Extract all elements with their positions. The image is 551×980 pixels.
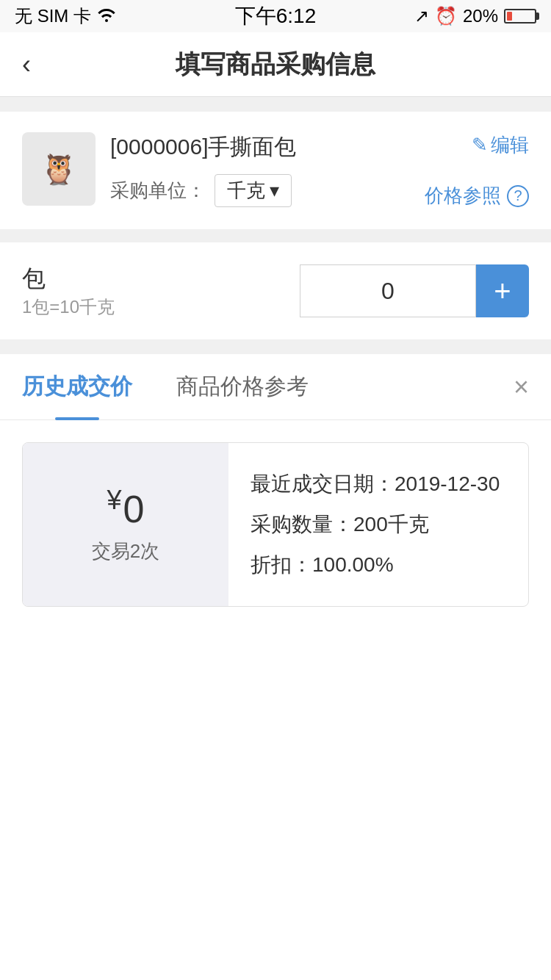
battery-percent: 20% [463,6,498,26]
product-thumbnail: 🦉 [22,132,96,206]
tab-close-button[interactable]: × [514,372,529,403]
qty-unit-big: 包 [22,263,115,295]
tab-history-price[interactable]: 历史成交价 [22,354,132,420]
unit-selector[interactable]: 千克 ▾ [215,174,292,207]
quantity-label-block: 包 1包=10千克 [22,263,115,319]
qty-label: 采购数量： [251,513,353,536]
price-date-row: 最近成交日期：2019-12-30 [251,469,506,498]
quantity-row: 包 1包=10千克 0 + [0,242,551,339]
status-left: 无 SIM 卡 [15,4,116,28]
history-content: ¥0 交易2次 最近成交日期：2019-12-30 采购数量：200千克 折扣：… [0,420,551,629]
date-value: 2019-12-30 [395,472,500,495]
nav-bar: ‹ 填写商品采购信息 [0,32,551,97]
unit-label: 采购单位： [110,178,206,203]
price-qty-row: 采购数量：200千克 [251,510,506,538]
help-icon: ? [507,185,529,207]
product-header: 🦉 [0000006]手撕面包 采购单位： 千克 ▾ ✎ 编辑 价格参照 [22,132,529,209]
product-image-icon: 🦉 [40,152,77,187]
price-record-left: ¥0 交易2次 [23,443,228,606]
location-icon: ↗ [414,6,429,26]
price-value: 0 [123,488,145,530]
tab-items: 历史成交价 商品价格参考 [22,354,309,420]
product-unit-row: 采购单位： 千克 ▾ [110,174,296,207]
section-divider [0,229,551,242]
status-right: ↗ ⏰ 20% [414,6,536,26]
page-title: 填写商品采购信息 [176,48,375,82]
status-bar: 无 SIM 卡 下午6:12 ↗ ⏰ 20% [0,0,551,32]
price-record-card: ¥0 交易2次 最近成交日期：2019-12-30 采购数量：200千克 折扣：… [22,442,529,607]
bottom-space [0,629,551,980]
qty-unit-sub: 1包=10千克 [22,295,115,319]
price-discount-row: 折扣：100.00% [251,550,506,579]
currency-symbol: ¥ [107,485,122,515]
qty-value: 200千克 [353,513,429,536]
product-left: 🦉 [0000006]手撕面包 采购单位： 千克 ▾ [22,132,296,207]
tab-header: 历史成交价 商品价格参考 × [0,354,551,420]
edit-button[interactable]: ✎ 编辑 [472,132,529,158]
dropdown-arrow-icon: ▾ [270,179,279,202]
product-info: [0000006]手撕面包 采购单位： 千克 ▾ [110,132,296,207]
unit-value: 千克 [227,178,265,203]
battery-icon [504,9,536,24]
product-name: [0000006]手撕面包 [110,132,296,162]
price-reference-button[interactable]: 价格参照 ? [425,183,529,209]
status-time: 下午6:12 [235,2,317,30]
back-button[interactable]: ‹ [22,49,31,80]
tab-panel: 历史成交价 商品价格参考 × ¥0 交易2次 最近成交日期：2019-12-30… [0,354,551,629]
price-transactions: 交易2次 [92,538,159,564]
edit-icon: ✎ [472,134,488,156]
discount-label: 折扣： [251,553,312,576]
battery-fill [507,12,512,21]
carrier-text: 无 SIM 卡 [15,4,91,28]
quantity-plus-button[interactable]: + [476,264,529,317]
discount-value: 100.00% [312,553,394,576]
quantity-input[interactable]: 0 [300,264,476,317]
alarm-icon: ⏰ [435,6,457,26]
price-record-right: 最近成交日期：2019-12-30 采购数量：200千克 折扣：100.00% [228,443,528,606]
price-amount: ¥0 [107,485,145,531]
wifi-icon [97,6,116,26]
date-label: 最近成交日期： [251,472,395,495]
product-card: 🦉 [0000006]手撕面包 采购单位： 千克 ▾ ✎ 编辑 价格参照 [0,112,551,229]
tab-price-reference[interactable]: 商品价格参考 [176,354,309,420]
quantity-control: 0 + [300,264,529,317]
edit-label: 编辑 [491,132,529,158]
price-ref-label: 价格参照 [425,183,501,209]
